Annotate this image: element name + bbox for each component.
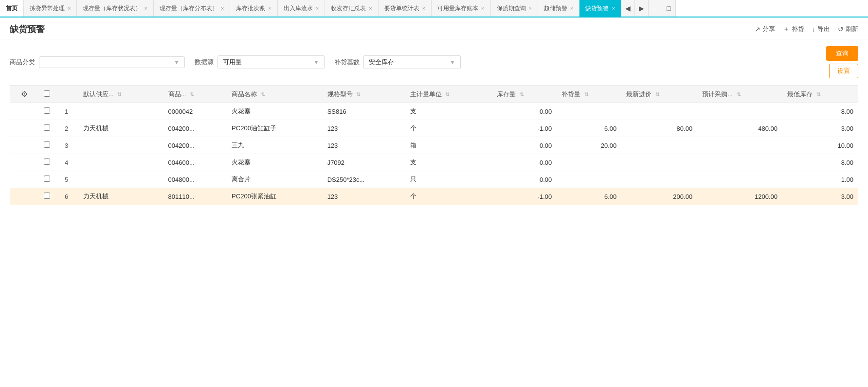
- col-code-label: 商品...: [168, 90, 186, 98]
- row-checkbox[interactable]: [44, 158, 50, 165]
- select-all-checkbox[interactable]: [44, 90, 50, 97]
- row-checkbox[interactable]: [44, 124, 50, 131]
- data-source-label: 数据源: [195, 58, 214, 67]
- row-checkbox-cell[interactable]: [39, 154, 55, 171]
- tab-next-btn[interactable]: ▶: [635, 0, 649, 17]
- category-dropdown-icon: ▼: [174, 59, 180, 66]
- tab-available-ledger[interactable]: 可用量库存账本 ×: [432, 0, 490, 17]
- refresh-icon: ↺: [838, 25, 844, 33]
- row-checkbox-cell[interactable]: [39, 188, 55, 205]
- col-est-purchase[interactable]: 预计采购... ⇅: [697, 86, 782, 103]
- export-label: 导出: [817, 25, 830, 34]
- row-name: 火花塞: [227, 103, 323, 120]
- row-latest-price: 80.00: [621, 120, 697, 137]
- col-latest-price[interactable]: 最新进价 ⇅: [621, 86, 697, 103]
- refresh-button[interactable]: ↺ 刷新: [838, 25, 858, 34]
- gear-icon[interactable]: ⚙: [21, 90, 28, 98]
- row-name: 火花塞: [227, 154, 323, 171]
- row-replenish: 6.00: [557, 120, 621, 137]
- row-checkbox-cell[interactable]: [39, 120, 55, 137]
- tab-inventory-status-label: 现存量（库存状况表）: [83, 4, 141, 13]
- share-button[interactable]: ↗ 分享: [755, 25, 775, 34]
- row-name: 离合片: [227, 171, 323, 188]
- row-code: 004200...: [163, 137, 227, 154]
- row-est-purchase: [697, 103, 782, 120]
- row-checkbox[interactable]: [44, 141, 50, 148]
- row-number: 6: [55, 188, 78, 205]
- row-stock: 0.00: [492, 154, 557, 171]
- tab-exception[interactable]: 拣货异常处理 ×: [24, 0, 77, 17]
- tab-inventory-status[interactable]: 现存量（库存状况表） ×: [77, 0, 153, 17]
- tab-batch-account-close[interactable]: ×: [268, 5, 271, 11]
- col-replenish[interactable]: 补货量 ⇅: [557, 86, 621, 103]
- tab-shortage-close[interactable]: ×: [612, 5, 615, 11]
- refresh-label: 刷新: [846, 25, 858, 34]
- col-latest-price-label: 最新进价: [626, 90, 651, 98]
- col-stock[interactable]: 库存量 ⇅: [492, 86, 557, 103]
- col-min-stock[interactable]: 最低库存 ⇅: [782, 86, 858, 103]
- row-number: 5: [55, 171, 78, 188]
- tab-overstock-close[interactable]: ×: [570, 5, 573, 11]
- export-button[interactable]: ↓ 导出: [812, 25, 830, 34]
- tab-receive-summary-close[interactable]: ×: [369, 5, 372, 11]
- tab-maximize-btn[interactable]: □: [662, 0, 676, 17]
- row-checkbox-cell[interactable]: [39, 103, 55, 120]
- category-select[interactable]: ▼: [39, 56, 185, 68]
- tab-inventory-status-close[interactable]: ×: [144, 5, 147, 11]
- row-name: 三九: [227, 137, 323, 154]
- col-supplier[interactable]: 默认供应... ⇅: [78, 86, 163, 103]
- tab-inout-flow[interactable]: 出入库流水 ×: [278, 0, 325, 17]
- replenish-button[interactable]: ＋ 补货: [783, 25, 804, 34]
- col-name[interactable]: 商品名称 ⇅: [227, 86, 323, 103]
- sort-latest-price-icon: ⇅: [655, 91, 660, 98]
- data-source-dropdown-icon: ▼: [313, 59, 319, 66]
- tab-expiry-query-close[interactable]: ×: [529, 5, 532, 11]
- tab-available-ledger-close[interactable]: ×: [481, 5, 484, 11]
- col-code[interactable]: 商品... ⇅: [163, 86, 227, 103]
- row-spec: DS250*23c...: [323, 171, 405, 188]
- row-min-stock: 3.00: [782, 120, 858, 137]
- row-checkbox-cell[interactable]: [39, 171, 55, 188]
- tab-batch-account[interactable]: 库存批次账 ×: [230, 0, 277, 17]
- tab-order-stats[interactable]: 要货单统计表 ×: [379, 0, 432, 17]
- tab-prev-btn[interactable]: ◀: [621, 0, 635, 17]
- tab-order-stats-close[interactable]: ×: [422, 5, 425, 11]
- tab-inventory-dist-close[interactable]: ×: [221, 5, 224, 11]
- row-spec: 123: [323, 137, 405, 154]
- row-unit: 个: [405, 188, 492, 205]
- query-button[interactable]: 查询: [826, 46, 858, 61]
- row-checkbox[interactable]: [44, 176, 50, 182]
- row-est-purchase: [697, 171, 782, 188]
- col-spec[interactable]: 规格型号 ⇅: [323, 86, 405, 103]
- row-checkbox-cell[interactable]: [39, 137, 55, 154]
- category-label: 商品分类: [10, 58, 35, 67]
- data-source-select[interactable]: 可用量 ▼: [217, 55, 325, 69]
- tab-home[interactable]: 首页: [0, 0, 24, 17]
- col-gear[interactable]: ⚙: [10, 86, 39, 103]
- row-checkbox[interactable]: [44, 107, 50, 114]
- replenish-basis-value: 安全库存: [369, 58, 394, 67]
- tab-overstock[interactable]: 超储预警 ×: [538, 0, 579, 17]
- sort-replenish-icon: ⇅: [584, 91, 589, 98]
- tab-inventory-dist-label: 现存量（库存分布表）: [160, 4, 218, 13]
- row-name: PC200张紧油缸: [227, 188, 323, 205]
- replenish-basis-select[interactable]: 安全库存 ▼: [363, 55, 461, 69]
- col-replenish-label: 补货量: [561, 90, 580, 98]
- row-checkbox[interactable]: [44, 193, 50, 199]
- data-source-value: 可用量: [223, 58, 242, 67]
- tab-exception-close[interactable]: ×: [68, 5, 71, 11]
- sort-stock-icon: ⇅: [520, 91, 524, 98]
- tab-shortage[interactable]: 缺货预警 ×: [579, 0, 621, 17]
- share-icon: ↗: [755, 25, 760, 33]
- col-unit[interactable]: 主计量单位 ⇅: [405, 86, 492, 103]
- settings-button[interactable]: 设置: [829, 64, 858, 78]
- row-latest-price: [621, 154, 697, 171]
- tab-receive-summary[interactable]: 收发存汇总表 ×: [325, 0, 378, 17]
- tab-inout-flow-close[interactable]: ×: [316, 5, 319, 11]
- row-min-stock: 3.00: [782, 188, 858, 205]
- tab-minimize-btn[interactable]: —: [649, 0, 662, 17]
- sort-name-icon: ⇅: [261, 91, 265, 98]
- tab-expiry-query[interactable]: 保质期查询 ×: [491, 0, 538, 17]
- tab-inventory-dist[interactable]: 现存量（库存分布表） ×: [154, 0, 230, 17]
- row-code: 004200...: [163, 120, 227, 137]
